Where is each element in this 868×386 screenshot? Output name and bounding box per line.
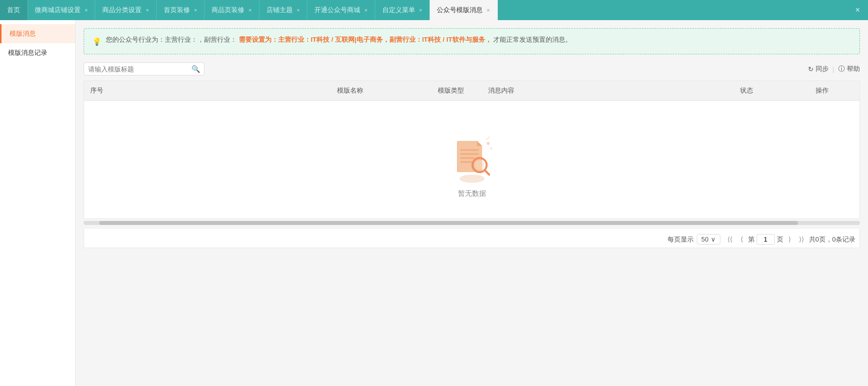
tab-template-msg[interactable]: 公众号模版消息 × bbox=[430, 0, 497, 20]
tab-bar-close-all[interactable]: × bbox=[847, 6, 868, 15]
col-seq: 序号 bbox=[84, 81, 331, 101]
svg-line-10 bbox=[486, 137, 490, 140]
scrollbar-thumb[interactable] bbox=[99, 221, 798, 225]
tab-bar: 首页 微商城店铺设置 × 商品分类设置 × 首页装修 × 商品页装修 × 店铺主… bbox=[0, 0, 868, 20]
info-banner: 💡 您的公众号行业为：主营行业：，副营行业： 需要设置为：主营行业：IT科技 /… bbox=[84, 28, 860, 54]
tab-open-mall[interactable]: 开通公众号商城 × bbox=[307, 0, 375, 20]
per-page-value: 50 bbox=[701, 236, 708, 243]
toolbar-right: ↻ 同步 | ⓘ 帮助 bbox=[808, 64, 860, 73]
page-unit: 页 bbox=[777, 235, 783, 244]
tab-open-mall-close[interactable]: × bbox=[364, 7, 367, 13]
info-banner-highlight: 需要设置为：主营行业：IT科技 / 互联网|电子商务，副营行业：IT科技 / I… bbox=[239, 36, 492, 43]
tab-shop-theme-close[interactable]: × bbox=[297, 7, 300, 13]
svg-point-0 bbox=[459, 175, 485, 183]
sidebar-item-template-msg[interactable]: 模版消息 bbox=[0, 24, 75, 43]
tab-product-decor-label: 商品页装修 bbox=[212, 6, 244, 15]
tab-home-decor[interactable]: 首页装修 × bbox=[157, 0, 205, 20]
tab-home-decor-label: 首页装修 bbox=[164, 6, 190, 15]
tab-weishop-settings-close[interactable]: × bbox=[85, 7, 88, 13]
refresh-icon: ↻ bbox=[808, 65, 814, 73]
last-page-button[interactable]: ⟩⟩ bbox=[796, 235, 807, 244]
table-header-row: 序号 模版名称 模版类型 消息内容 状态 操作 bbox=[84, 81, 860, 101]
help-label: 帮助 bbox=[847, 64, 860, 73]
search-input[interactable] bbox=[88, 65, 188, 73]
table-body: 暂无数据 bbox=[84, 101, 860, 219]
sidebar-item-template-msg-record[interactable]: 模版消息记录 bbox=[0, 43, 75, 62]
sidebar-item-template-msg-label: 模版消息 bbox=[10, 30, 36, 37]
content-area: 💡 您的公众号行业为：主营行业：，副营行业： 需要设置为：主营行业：IT科技 /… bbox=[76, 20, 868, 386]
sync-button[interactable]: ↻ 同步 bbox=[808, 64, 829, 73]
help-icon: ⓘ bbox=[838, 64, 845, 73]
tab-product-decor-close[interactable]: × bbox=[248, 7, 251, 13]
tab-home-decor-close[interactable]: × bbox=[194, 7, 197, 13]
sidebar: 模版消息 模版消息记录 bbox=[0, 20, 76, 386]
tab-custom-menu-label: 自定义菜单 bbox=[382, 6, 415, 15]
page-nav: ⟨⟨ ⟨ 第 页 ⟩ ⟩⟩ 共0页，0条记录 bbox=[724, 234, 855, 245]
help-button[interactable]: ⓘ 帮助 bbox=[838, 64, 860, 73]
scrollbar-track bbox=[84, 221, 860, 225]
empty-state-icon bbox=[447, 131, 497, 181]
tab-custom-menu[interactable]: 自定义菜单 × bbox=[375, 0, 430, 20]
svg-point-8 bbox=[487, 142, 490, 145]
horizontal-scrollbar[interactable] bbox=[84, 221, 860, 227]
empty-row: 暂无数据 bbox=[84, 101, 860, 219]
prev-page-button[interactable]: ⟨ bbox=[738, 235, 746, 244]
col-name: 模版名称 bbox=[331, 81, 432, 101]
tab-product-decor[interactable]: 商品页装修 × bbox=[205, 0, 259, 20]
tab-template-msg-label: 公众号模版消息 bbox=[437, 6, 483, 15]
pagination: 每页显示 50 ∨ ⟨⟨ ⟨ 第 页 ⟩ ⟩⟩ 共0页，0条记录 bbox=[84, 229, 860, 248]
col-content: 消息内容 bbox=[482, 81, 734, 101]
info-banner-text: 您的公众号行业为：主营行业：，副营行业： 需要设置为：主营行业：IT科技 / 互… bbox=[106, 35, 572, 45]
tab-category-settings[interactable]: 商品分类设置 × bbox=[95, 0, 156, 20]
first-page-button[interactable]: ⟨⟨ bbox=[724, 235, 736, 244]
tab-category-settings-close[interactable]: × bbox=[146, 7, 149, 13]
tab-category-settings-label: 商品分类设置 bbox=[102, 6, 142, 15]
tab-weishop-settings-label: 微商城店铺设置 bbox=[35, 6, 81, 15]
svg-point-9 bbox=[490, 147, 492, 149]
tab-home[interactable]: 首页 bbox=[0, 0, 28, 20]
tab-shop-theme[interactable]: 店铺主题 × bbox=[259, 0, 307, 20]
search-icon[interactable]: 🔍 bbox=[191, 65, 200, 73]
col-type: 模版类型 bbox=[432, 81, 482, 101]
col-status: 状态 bbox=[734, 81, 810, 101]
col-action: 操作 bbox=[810, 81, 860, 101]
per-page-dropdown[interactable]: 50 ∨ bbox=[697, 234, 720, 245]
empty-state: 暂无数据 bbox=[84, 101, 859, 218]
search-box[interactable]: 🔍 bbox=[84, 62, 205, 75]
data-table: 序号 模版名称 模版类型 消息内容 状态 操作 bbox=[84, 81, 860, 219]
page-total: 共0页，0条记录 bbox=[809, 235, 855, 244]
tab-weishop-settings[interactable]: 微商城店铺设置 × bbox=[28, 0, 95, 20]
page-number-input[interactable] bbox=[757, 234, 775, 245]
sidebar-item-template-msg-record-label: 模版消息记录 bbox=[8, 49, 47, 56]
tab-template-msg-close[interactable]: × bbox=[487, 7, 490, 13]
dropdown-arrow-icon: ∨ bbox=[711, 236, 716, 243]
main-layout: 模版消息 模版消息记录 💡 您的公众号行业为：主营行业：，副营行业： 需要设置为… bbox=[0, 20, 868, 386]
per-page-label: 每页显示 bbox=[667, 235, 694, 244]
toolbar-divider: | bbox=[833, 65, 834, 73]
svg-line-7 bbox=[485, 170, 489, 175]
tab-open-mall-label: 开通公众号商城 bbox=[314, 6, 360, 15]
info-banner-suffix: 才能正常发送预置的消息。 bbox=[493, 36, 572, 43]
page-size-select: 每页显示 50 ∨ bbox=[667, 234, 720, 245]
bulb-icon: 💡 bbox=[92, 36, 102, 48]
info-banner-prefix: 您的公众号行业为：主营行业：，副营行业： bbox=[106, 36, 237, 43]
tab-shop-theme-label: 店铺主题 bbox=[266, 6, 293, 15]
tab-custom-menu-close[interactable]: × bbox=[419, 7, 422, 13]
tab-home-label: 首页 bbox=[7, 6, 20, 15]
empty-state-text: 暂无数据 bbox=[84, 189, 859, 198]
svg-point-6 bbox=[475, 160, 485, 170]
next-page-button[interactable]: ⟩ bbox=[785, 235, 794, 244]
page-label: 第 bbox=[748, 235, 755, 244]
toolbar: 🔍 ↻ 同步 | ⓘ 帮助 bbox=[84, 62, 860, 75]
sync-label: 同步 bbox=[816, 64, 829, 73]
